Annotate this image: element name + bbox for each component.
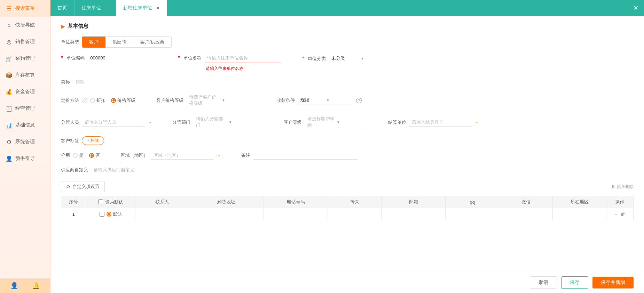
sidebar-item-operations[interactable]: 📋 经营管理 — [0, 100, 50, 117]
radio-no-label: 否 — [95, 152, 100, 158]
region-input[interactable] — [151, 151, 213, 160]
save-new-button[interactable]: 保存并新增 — [592, 277, 634, 288]
main-area: 首页 往来单位 ✕ 新增往来单位 ✕ ✕ ▶ 基本信息 单位类型 — [50, 0, 644, 293]
unit-code-input[interactable] — [87, 54, 157, 62]
cell-fax — [328, 208, 382, 220]
payment-terms-group: 收款条件 现结 ▼ ? — [277, 96, 362, 105]
manager-more-btn[interactable]: ··· — [147, 120, 151, 125]
email-input[interactable] — [396, 212, 431, 217]
add-tag-btn[interactable]: + 标签 — [82, 136, 104, 145]
manager-input[interactable] — [82, 118, 144, 127]
inventory-icon: 📦 — [6, 72, 13, 79]
tab-new-partner[interactable]: 新增往来单位 ✕ — [116, 0, 167, 16]
sidebar-item-search[interactable]: ☰ 搜索菜单 — [0, 0, 50, 17]
unit-category-select[interactable]: 未分类 ▼ — [329, 54, 391, 63]
sidebar: ☰ 搜索菜单 ⌂ 快捷导航 ◎ 销售管理 🛒 采购管理 📦 库存核算 💰 资金管… — [0, 0, 50, 293]
col-address: 到货地址 — [189, 196, 264, 208]
row-delete-btn[interactable]: 🗑 — [620, 211, 625, 217]
disabled-radio-group: 是 否 — [73, 152, 100, 158]
remark-group: 备注 — [241, 151, 358, 160]
radio-yes-label: 是 — [79, 152, 84, 158]
sidebar-item-basics[interactable]: 📊 基础信息 — [0, 117, 50, 133]
qq-input[interactable] — [458, 212, 486, 217]
manager-group: 分管人员 ··· — [61, 118, 151, 127]
unit-type-row: 单位类型 客户 供应商 客户/供应商 — [61, 36, 634, 48]
tab-partner-label: 往来单位 — [81, 5, 101, 11]
radio-discount[interactable]: 折扣 — [90, 97, 105, 104]
radio-disabled-no[interactable]: 否 — [89, 152, 100, 158]
address-input[interactable] — [205, 212, 247, 217]
sidebar-item-label: 快捷导航 — [15, 22, 35, 28]
sidebar-item-system[interactable]: ⚙ 系统管理 — [0, 133, 50, 150]
manager-row: 分管人员 ··· 分管部门 请输入分管部门 ▼ 客户等级 请选择客户等级 ▼ — [61, 114, 634, 130]
pricing-method-label: 定价方法 — [61, 97, 79, 104]
customer-level-arrow: ▼ — [337, 120, 364, 124]
sidebar-item-finance[interactable]: 💰 资金管理 — [0, 83, 50, 100]
sidebar-notify-icon[interactable]: 🔔 — [32, 282, 40, 290]
supplier-custom-input[interactable] — [91, 166, 160, 174]
remark-label: 备注 — [241, 152, 250, 158]
unit-name-error: 请输入往来单位名称 — [206, 66, 243, 71]
payment-help-icon[interactable]: ? — [356, 98, 362, 103]
sidebar-item-inventory[interactable]: 📦 库存核算 — [0, 67, 50, 83]
sidebar-user-icon[interactable]: 👤 — [10, 282, 18, 290]
col-default-checkbox[interactable] — [98, 200, 103, 204]
sidebar-item-label: 经营管理 — [15, 105, 35, 112]
sidebar-item-label: 采购管理 — [15, 55, 35, 62]
customer-price-select[interactable]: 请选择客户价格等级 ▼ — [186, 92, 256, 108]
short-name-input[interactable] — [73, 78, 142, 86]
region-cell-input[interactable] — [566, 212, 594, 217]
tab-new-partner-close[interactable]: ✕ — [156, 6, 160, 10]
supplier-custom-label: 供应商自定义 — [61, 167, 88, 173]
contact-input[interactable] — [148, 212, 176, 217]
remark-input[interactable] — [253, 151, 358, 160]
guide-icon: 👤 — [6, 155, 13, 162]
tab-home[interactable]: 首页 — [50, 0, 74, 16]
phone-input[interactable] — [278, 212, 313, 217]
row-add-btn[interactable]: + — [614, 211, 617, 217]
region-group: 区域（地区） ··· — [121, 151, 220, 160]
unit-name-group: * 单位名称 请输入往来单位名称 — [178, 54, 281, 72]
payment-terms-select[interactable]: 现结 ▼ — [298, 96, 353, 105]
pricing-method-group: 定价方法 ? 折扣 价格等级 — [61, 97, 135, 104]
cell-actions: + 🗑 — [606, 208, 633, 220]
pricing-help-icon[interactable]: ? — [82, 98, 87, 103]
sidebar-item-quicknav[interactable]: ⌂ 快捷导航 — [0, 17, 50, 33]
radio-disabled-yes[interactable]: 是 — [73, 152, 84, 158]
type-btn-customer[interactable]: 客户 — [82, 36, 105, 48]
settlement-input[interactable] — [409, 118, 472, 127]
sales-icon: ◎ — [6, 38, 13, 45]
cancel-button[interactable]: 取消 — [530, 276, 557, 289]
batch-delete-btn[interactable]: 🗑 批量删除 — [611, 184, 634, 190]
department-placeholder: 请输入分管部门 — [196, 116, 227, 128]
radio-price-level[interactable]: 价格等级 — [111, 97, 135, 104]
region-more-btn[interactable]: ··· — [216, 153, 220, 158]
wechat-input[interactable] — [512, 212, 540, 217]
tab-bar-close-btn[interactable]: ✕ — [628, 4, 644, 12]
sidebar-item-purchase[interactable]: 🛒 采购管理 — [0, 50, 50, 67]
home-icon: ⌂ — [6, 22, 13, 29]
department-select[interactable]: 请输入分管部门 ▼ — [193, 114, 263, 130]
bottom-bar: 取消 保存 保存并新增 — [50, 272, 644, 293]
save-button[interactable]: 保存 — [561, 276, 588, 289]
row-default-radio[interactable]: 默认 — [107, 211, 122, 217]
unit-code-label: 单位编码 — [66, 55, 85, 61]
settlement-more-btn[interactable]: ··· — [474, 120, 479, 125]
supplier-custom-row: 供应商自定义 — [61, 166, 634, 174]
fax-input[interactable] — [341, 212, 369, 217]
sidebar-item-sales[interactable]: ◎ 销售管理 — [0, 33, 50, 50]
unit-name-input[interactable] — [204, 54, 281, 62]
sidebar-item-guide[interactable]: 👤 新手引导 — [0, 150, 50, 167]
basics-icon: 📊 — [6, 122, 13, 129]
customer-level-select[interactable]: 请选择客户等级 ▼ — [305, 114, 367, 130]
row-checkbox[interactable] — [100, 212, 104, 217]
type-btn-both[interactable]: 客户/供应商 — [133, 36, 172, 48]
purchase-icon: 🛒 — [6, 55, 13, 62]
type-btn-supplier[interactable]: 供应商 — [105, 36, 133, 48]
col-default: 设为默认 — [86, 196, 135, 208]
disabled-region-row: 停用 是 否 区域（地区） ··· — [61, 151, 634, 160]
row-default-circle — [107, 212, 111, 217]
tab-partner[interactable]: 往来单位 ✕ — [74, 0, 116, 16]
custom-settings-btn[interactable]: ⚙ 自定义项设置 — [61, 181, 105, 192]
tab-partner-close[interactable]: ✕ — [105, 6, 109, 10]
